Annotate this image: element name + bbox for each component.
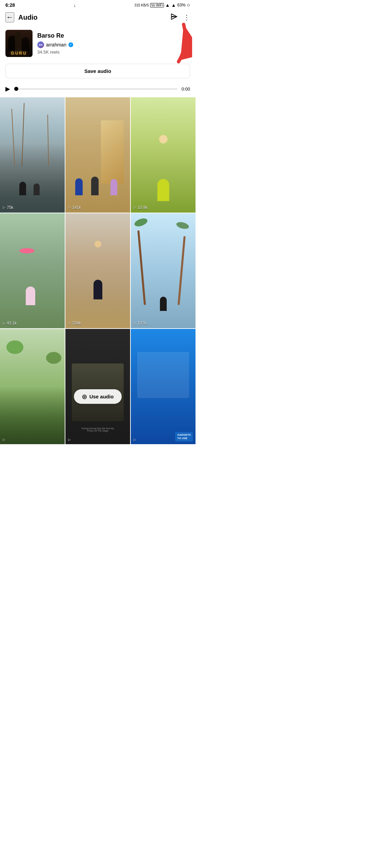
play-icon-9: ▷ xyxy=(133,438,136,441)
video-grid: ▷ 75k ▷ 141k ▷ 10.8k xyxy=(0,97,196,444)
video-cell-3[interactable]: ▷ 10.8k xyxy=(131,97,196,213)
video-cell-5[interactable]: ▷ 334k xyxy=(65,213,130,329)
play-icon-3: ▷ xyxy=(133,205,136,209)
view-count-3: 10.8k xyxy=(138,205,147,210)
play-icon-4: ▷ xyxy=(3,321,5,325)
video-cell-8[interactable]: During Annual Day Me And My Frnds Off Th… xyxy=(65,329,130,444)
signal-icon: ▲ xyxy=(171,2,176,8)
artist-avatar: AR xyxy=(37,41,44,48)
status-download-icon: ↓ xyxy=(74,3,76,8)
view-count-1: 75k xyxy=(7,205,13,210)
audio-info-section: GURU Barso Re AR arrahman ✓ 34.5K reels xyxy=(0,25,196,60)
camera-icon: ◎ xyxy=(82,393,87,400)
progress-bar[interactable] xyxy=(14,88,178,90)
video-overlay-3: ▷ 10.8k xyxy=(133,205,147,210)
network-speed: 315 KB/S xyxy=(135,3,149,7)
verified-badge: ✓ xyxy=(68,42,73,47)
video-overlay-9: ▷ xyxy=(133,438,138,441)
audio-details: Barso Re AR arrahman ✓ 34.5K reels xyxy=(37,32,190,55)
video-cell-9[interactable]: GADGETSTO USE ▷ xyxy=(131,329,196,444)
header: ← Audio ⋮ xyxy=(0,9,196,25)
audio-reels-count: 34.5K reels xyxy=(37,50,190,55)
header-actions: ⋮ xyxy=(170,13,190,22)
artist-name: arrahman xyxy=(46,42,66,47)
video-cell-4[interactable]: ▷ 43.1k xyxy=(0,213,65,329)
page-title: Audio xyxy=(18,14,170,21)
progress-dot xyxy=(14,87,18,91)
video-overlay-5: ▷ 334k xyxy=(68,321,81,326)
time-display: 0:00 xyxy=(182,86,190,92)
audio-artist: AR arrahman ✓ xyxy=(37,41,190,48)
audio-player: ▶ 0:00 xyxy=(0,82,196,97)
wifi-label: Vo WiFi xyxy=(150,3,164,7)
album-art: GURU xyxy=(5,30,33,57)
view-count-4: 43.1k xyxy=(7,321,17,326)
video-overlay-4: ▷ 43.1k xyxy=(3,321,17,326)
video-overlay-8: ▷ xyxy=(68,438,72,441)
play-icon-5: ▷ xyxy=(68,321,71,325)
play-icon-7: ▷ xyxy=(3,438,5,441)
status-time: 6:28 xyxy=(5,2,15,8)
play-icon-2: ▷ xyxy=(68,205,71,209)
play-icon-1: ▷ xyxy=(3,205,5,209)
status-bar: 6:28 ↓ 315 KB/S Vo WiFi ▲ ▲ 63% ○ xyxy=(0,0,196,9)
use-audio-button[interactable]: ◎ Use audio xyxy=(74,389,122,404)
play-button[interactable]: ▶ xyxy=(5,85,10,93)
video-overlay-6: ▷ 137k xyxy=(133,321,146,326)
save-button-container: Save audio xyxy=(0,60,196,82)
view-count-2: 141k xyxy=(72,205,81,210)
video-overlay-1: ▷ 75k xyxy=(3,205,13,210)
video-cell-6[interactable]: ▷ 137k xyxy=(131,213,196,329)
album-label: GURU xyxy=(5,51,33,56)
save-audio-button[interactable]: Save audio xyxy=(5,64,190,78)
more-options-button[interactable]: ⋮ xyxy=(183,13,190,21)
video-overlay-2: ▷ 141k xyxy=(68,205,81,210)
svg-marker-0 xyxy=(171,14,177,19)
video-overlay-7: ▷ xyxy=(3,438,7,441)
play-icon-6: ▷ xyxy=(133,321,136,325)
status-right: 315 KB/S Vo WiFi ▲ ▲ 63% ○ xyxy=(135,2,190,8)
view-count-5: 334k xyxy=(72,321,81,326)
back-button[interactable]: ← xyxy=(5,12,14,22)
video-cell-7[interactable]: ▷ xyxy=(0,329,65,444)
battery-icon: ○ xyxy=(187,2,190,8)
send-icon xyxy=(170,13,178,20)
video-cell-2[interactable]: ▷ 141k xyxy=(65,97,130,213)
send-button[interactable] xyxy=(170,13,178,22)
view-count-6: 137k xyxy=(138,321,146,326)
battery-label: 63% xyxy=(177,3,185,7)
wifi-icon: ▲ xyxy=(165,2,170,8)
use-audio-label: Use audio xyxy=(89,394,114,399)
audio-title: Barso Re xyxy=(37,32,190,39)
play-icon-8: ▷ xyxy=(68,438,71,441)
video-cell-1[interactable]: ▷ 75k xyxy=(0,97,65,213)
